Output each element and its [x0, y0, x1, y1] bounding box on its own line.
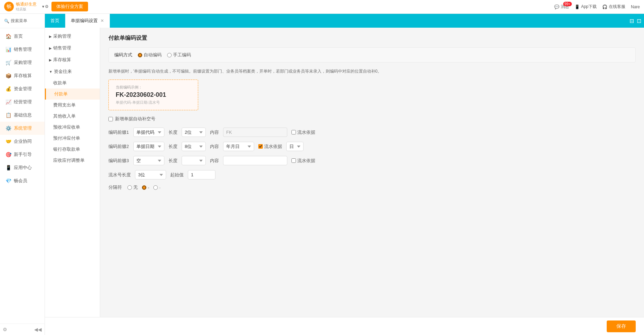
sidebar-item-vip[interactable]: 💎 畅会员	[0, 174, 45, 187]
topbar-right: 💬 消息 99+ 📱 App下载 🎧 在线客服 Nare	[554, 4, 640, 10]
save-button[interactable]: 保存	[607, 320, 636, 332]
tab-home[interactable]: 首页	[45, 14, 65, 28]
serial-length-select[interactable]: 3位	[135, 170, 166, 179]
sub-nav-payment[interactable]: 付款单	[45, 89, 100, 100]
sidebar-item-finance[interactable]: 💰 资金管理	[0, 82, 45, 95]
sep-dot2-radio[interactable]	[153, 185, 158, 190]
appcenter-icon: 📱	[6, 165, 11, 170]
start-value-label: 起始值	[170, 172, 184, 178]
collapse-icon[interactable]: ◀◀	[34, 327, 42, 332]
user-item[interactable]: Nare	[631, 4, 640, 9]
sidebar-item-appcenter[interactable]: 📱 应用中心	[0, 161, 45, 174]
sep-dot-radio[interactable]	[142, 185, 146, 190]
sidebar-item-home[interactable]: 🏠 首页	[0, 30, 45, 43]
prefix-select-3[interactable]: 空	[133, 156, 164, 165]
serial-length-label: 流水号长度	[108, 172, 131, 178]
sub-nav-other-income[interactable]: 其他收入单	[45, 111, 100, 122]
main-panel: 付款单编码设置 编码方式 自动编码 手工编码	[100, 28, 644, 317]
serial-checkbox-3[interactable]	[291, 158, 296, 163]
tab-code-setting[interactable]: 单据编码设置 ✕	[65, 14, 110, 28]
settings-bottom-icon[interactable]: ⚙	[3, 327, 7, 332]
length-select-1[interactable]: 2位	[182, 128, 206, 137]
serial-checkbox-2[interactable]	[258, 144, 263, 149]
sub-nav-expense[interactable]: 费用支出单	[45, 100, 100, 111]
sub-group-sales-header[interactable]: ▶ 销售管理	[45, 42, 100, 54]
content-select-2[interactable]: 年月日	[223, 142, 254, 151]
sub-nav-pre-receivable[interactable]: 预收冲应收单	[45, 122, 100, 133]
sep-dot2-option[interactable]: ·	[153, 185, 161, 190]
auto-fill-checkbox[interactable]	[108, 117, 113, 121]
tab-close-icon[interactable]: ✕	[100, 18, 104, 23]
prefix-label-1: 编码前缀1	[108, 129, 129, 136]
chevron-right-icon: ▶	[49, 35, 52, 38]
separator-label: 分隔符	[108, 184, 122, 190]
serial-label-3: 流水依据	[297, 158, 315, 164]
nav-dropdown[interactable]: ▾ ⚙	[42, 4, 49, 9]
sub-group-sales: ▶ 销售管理	[45, 42, 100, 54]
sidebar-item-newguide-label: 新手引导	[14, 151, 32, 158]
sidebar-item-cooperation[interactable]: 🤝 企业协同	[0, 135, 45, 148]
manual-encode-radio[interactable]	[167, 53, 172, 57]
length-select-3[interactable]	[182, 156, 206, 165]
start-value-input[interactable]	[188, 170, 215, 179]
sub-group-inventory-header[interactable]: ▶ 库存核算	[45, 54, 100, 66]
encoding-method-label: 编码方式	[114, 52, 132, 58]
serial-check-row-3: 流水依据	[291, 158, 315, 164]
separator-row: 分隔符 无 - ·	[108, 184, 636, 190]
sub-group-purchase: ▶ 采购管理	[45, 30, 100, 42]
sidebar-item-sales[interactable]: 📊 销售管理	[0, 43, 45, 56]
prefix-select-2[interactable]: 单据日期	[133, 142, 164, 151]
topbar-left: 畅 畅通好生意 结店版 ▾ ⚙ 体验行业方案	[4, 2, 88, 11]
serial-length-row: 流水号长度 3位 起始值	[108, 170, 636, 179]
sub-nav-ap-adjust[interactable]: 应收应付调整单	[45, 155, 100, 166]
sidebar-item-cooperation-label: 企业协同	[14, 138, 32, 145]
auto-encode-radio[interactable]	[138, 53, 142, 57]
content-label-2: 内容	[210, 143, 219, 150]
sep-dot-option[interactable]: -	[142, 185, 149, 190]
search-menu[interactable]: 🔍 搜索菜单	[3, 17, 42, 25]
sep-none-option[interactable]: 无	[127, 184, 138, 190]
sub-nav-pre-payable[interactable]: 预付冲应付单	[45, 133, 100, 144]
sub-nav-bank-deposit[interactable]: 银行存取款单	[45, 144, 100, 155]
sub-nav-receipts[interactable]: 收款单	[45, 77, 100, 89]
sep-none-radio[interactable]	[127, 185, 132, 190]
sub-group-funds-label: 资金往来	[54, 68, 72, 75]
app-download-item[interactable]: 📱 App下载	[575, 4, 597, 10]
sidebar-item-basic[interactable]: 📋 基础信息	[0, 109, 45, 122]
sub-group-purchase-header[interactable]: ▶ 采购管理	[45, 30, 100, 42]
sep-dot-label: -	[148, 185, 149, 190]
sidebar-item-newguide[interactable]: 🎯 新手引导	[0, 148, 45, 161]
trial-button[interactable]: 体验行业方案	[51, 2, 88, 11]
manual-encode-option[interactable]: 手工编码	[167, 52, 191, 58]
manual-encode-label: 手工编码	[173, 52, 191, 58]
message-item[interactable]: 💬 消息 99+	[554, 4, 569, 10]
sidebar-item-operation-label: 经营管理	[14, 99, 32, 105]
prefix-select-1[interactable]: 单据代码	[133, 128, 164, 137]
info-text: 新增单据时，'单据编码'自动生成，不可编辑。前缀设置为部门、业务员等档案类，开单…	[108, 68, 636, 75]
serial-unit-select-2[interactable]: 日	[286, 142, 304, 151]
search-menu-label: 搜索菜单	[11, 18, 27, 24]
tabbar-maximize-button[interactable]: ⊡	[637, 18, 641, 24]
sidebar-item-system[interactable]: ⚙️ 系统管理	[0, 122, 45, 135]
sidebar-item-appcenter-label: 应用中心	[14, 165, 32, 171]
gear-icon[interactable]: ⚙	[45, 4, 49, 9]
auto-encode-option[interactable]: 自动编码	[138, 52, 162, 58]
sidebar-item-operation[interactable]: 📈 经营管理	[0, 95, 45, 109]
content-label-3: 内容	[210, 158, 219, 164]
sub-group-funds-header[interactable]: ▼ 资金往来	[45, 66, 100, 77]
prefix-row-1: 编码前缀1 单据代码 长度 2位 内容 流水依据	[108, 128, 636, 137]
sidebar-item-purchase[interactable]: 🛒 采购管理	[0, 56, 45, 69]
sidebar-bottom: ⚙ ◀◀	[0, 324, 45, 335]
online-service-item[interactable]: 🎧 在线客服	[602, 4, 625, 10]
tabbar-minimize-button[interactable]: ⊟	[629, 18, 634, 24]
sidebar-item-inventory[interactable]: 📦 库存核算	[0, 69, 45, 82]
auto-fill-row: 新增单据自动补空号	[108, 116, 636, 122]
sidebar-item-purchase-label: 采购管理	[14, 59, 32, 66]
tabbar-actions: ⊟ ⊡	[627, 14, 644, 28]
serial-label-2: 流水依据	[264, 143, 282, 150]
cooperation-icon: 🤝	[6, 139, 11, 144]
content-input-3[interactable]	[223, 156, 287, 165]
logo-text: 畅通好生意	[16, 2, 37, 7]
length-select-2[interactable]: 8位	[182, 142, 206, 151]
serial-checkbox-1[interactable]	[291, 130, 296, 134]
